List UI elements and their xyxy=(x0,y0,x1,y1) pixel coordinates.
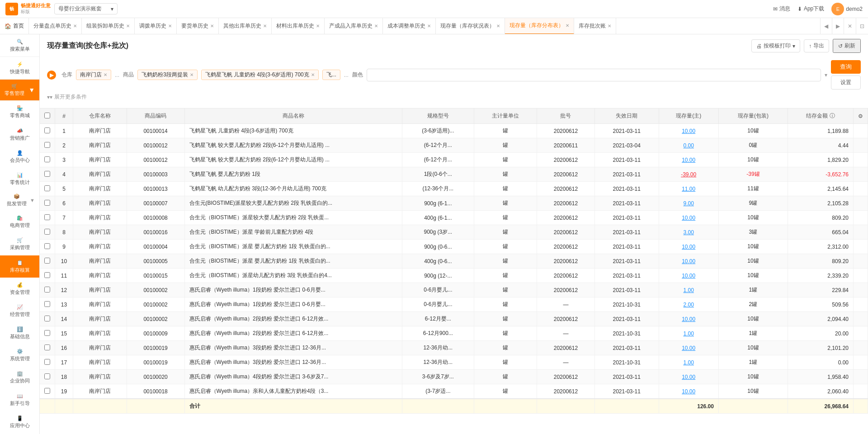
close-icon[interactable]: ✕ xyxy=(210,24,214,28)
row-checkbox[interactable] xyxy=(40,167,55,182)
row-checkbox[interactable] xyxy=(40,124,55,138)
warehouse-remove-icon[interactable]: ✕ xyxy=(104,72,107,77)
sidebar-item-enterprise[interactable]: 🏢 企业协同 xyxy=(0,366,39,388)
sidebar-item-purchase[interactable]: 🛒 采购管理 xyxy=(0,233,39,255)
close-icon[interactable]: ✕ xyxy=(566,23,569,28)
close-icon[interactable]: ✕ xyxy=(263,24,267,28)
product2-remove-icon[interactable]: ✕ xyxy=(311,72,315,77)
sidebar-item-member[interactable]: 👤 会员中心 xyxy=(0,146,39,168)
expand-left-icon[interactable]: ▶ xyxy=(47,71,56,80)
sidebar-item-retail-mgmt[interactable]: 🛒 零售管理 ▼ xyxy=(0,80,39,100)
warehouse-filter-tag[interactable]: 南岸门店 ✕ xyxy=(76,70,111,80)
product-more[interactable]: ... xyxy=(344,72,349,78)
row-checkbox[interactable] xyxy=(40,297,55,312)
row-checkbox[interactable] xyxy=(40,138,55,153)
row-qty-main[interactable]: 10.00 xyxy=(659,153,718,167)
tab-home[interactable]: 🏠 首页 xyxy=(0,18,29,34)
row-checkbox[interactable] xyxy=(40,269,55,283)
row-qty-main[interactable]: 10.00 xyxy=(659,269,718,283)
expand-conditions-button[interactable]: ▾▾ 展开更多条件 xyxy=(47,91,861,103)
tab-close-button[interactable]: ✕ xyxy=(844,18,856,34)
row-checkbox[interactable] xyxy=(40,182,55,196)
sidebar-item-retail-shop[interactable]: 🏪 零售商城 xyxy=(0,101,39,123)
row-qty-main[interactable]: 11.00 xyxy=(659,182,718,196)
row-qty-main[interactable]: 9.00 xyxy=(659,196,718,211)
close-icon[interactable]: ✕ xyxy=(168,24,172,28)
sidebar-item-inventory[interactable]: 📋 库存核算 xyxy=(0,255,39,278)
app-download-button[interactable]: ⬇ App下载 xyxy=(797,5,824,13)
close-icon[interactable]: ✕ xyxy=(427,24,431,28)
select-all-checkbox[interactable] xyxy=(44,113,50,118)
message-button[interactable]: ✉ 消息 xyxy=(773,5,790,13)
product-filter-tag1[interactable]: 飞鹤奶粉3段两提装 ✕ xyxy=(137,70,198,80)
row-qty-main[interactable]: -39.00 xyxy=(659,167,718,182)
tab-cost-adjust[interactable]: 成本调整单历史 ✕ xyxy=(383,18,436,34)
tab-next-button[interactable]: ▶ xyxy=(832,18,844,34)
tab-transfer[interactable]: 调拨单历史 ✕ xyxy=(135,18,177,34)
query-button[interactable]: 查询 xyxy=(831,60,861,74)
row-qty-main[interactable]: 3.00 xyxy=(659,225,718,240)
product1-remove-icon[interactable]: ✕ xyxy=(190,72,193,77)
tab-stock-dist[interactable]: 现存量（库存分布表） ✕ xyxy=(505,18,574,34)
row-checkbox[interactable] xyxy=(40,283,55,297)
row-checkbox[interactable] xyxy=(40,326,55,341)
sidebar-item-operations[interactable]: 📈 经营管理 xyxy=(0,300,39,322)
tab-batch-ledger[interactable]: 库存批次账 ✕ xyxy=(574,18,616,34)
filter-expand-left[interactable]: ▶ xyxy=(47,71,56,80)
tab-disassemble[interactable]: 组装拆卸单历史 ✕ xyxy=(82,18,135,34)
tab-split[interactable]: 分量盘点单历史 ✕ xyxy=(29,18,82,34)
row-qty-main[interactable]: 1.00 xyxy=(659,326,718,341)
row-qty-main[interactable]: 1.00 xyxy=(659,355,718,370)
row-checkbox[interactable] xyxy=(40,384,55,399)
sidebar-item-sys-mgmt[interactable]: ⚙️ 系统管理 xyxy=(0,344,39,366)
row-checkbox[interactable] xyxy=(40,254,55,269)
row-qty-main[interactable]: 0.00 xyxy=(659,138,718,153)
sidebar-search[interactable]: 🔍 搜索菜单 xyxy=(0,34,39,57)
color-filter-input[interactable] xyxy=(367,69,821,81)
row-qty-main[interactable]: 10.00 xyxy=(659,384,718,399)
tab-stock-status[interactable]: 现存量（库存状况表） ✕ xyxy=(436,18,505,34)
close-icon[interactable]: ✕ xyxy=(608,24,611,28)
row-checkbox[interactable] xyxy=(40,355,55,370)
tab-product-in[interactable]: 产成品入库单历史 ✕ xyxy=(325,18,383,34)
sidebar-item-finance[interactable]: 💰 资金管理 xyxy=(0,278,39,300)
close-icon[interactable]: ✕ xyxy=(73,24,77,28)
row-qty-main[interactable]: 10.00 xyxy=(659,124,718,138)
sidebar-item-retail-stats[interactable]: 📊 零售统计 xyxy=(0,168,39,190)
row-checkbox[interactable] xyxy=(40,370,55,384)
tab-more-button[interactable]: ⊡ xyxy=(856,18,868,34)
sidebar-item-basic-info[interactable]: ℹ️ 基础信息 xyxy=(0,322,39,344)
template-print-button[interactable]: 🖨 按模板打印 ▾ xyxy=(751,39,800,52)
row-qty-main[interactable]: 1.00 xyxy=(659,283,718,297)
row-checkbox[interactable] xyxy=(40,153,55,167)
row-checkbox[interactable] xyxy=(40,341,55,355)
row-checkbox[interactable] xyxy=(40,196,55,211)
sidebar-item-marketing[interactable]: 📣 营销推广 xyxy=(0,123,39,146)
product-filter-tag2[interactable]: 飞鹤星飞帆 儿童奶粉 4段(3-6岁适用) 700克 ✕ xyxy=(201,70,319,80)
row-qty-main[interactable]: 2.00 xyxy=(659,297,718,312)
tab-prev-button[interactable]: ◀ xyxy=(820,18,832,34)
settings-button[interactable]: 设置 xyxy=(831,75,861,90)
export-button[interactable]: ↑ 导出 xyxy=(804,39,829,52)
checkbox-column-header[interactable] xyxy=(40,108,55,124)
row-qty-main[interactable]: 10.00 xyxy=(659,312,718,326)
row-checkbox[interactable] xyxy=(40,211,55,225)
close-icon[interactable]: ✕ xyxy=(374,24,378,28)
close-icon[interactable]: ✕ xyxy=(126,24,130,28)
product-filter-tag3[interactable]: 飞... xyxy=(322,70,340,80)
tab-material-out[interactable]: 材料出库单历史 ✕ xyxy=(272,18,325,34)
row-qty-main[interactable]: 10.00 xyxy=(659,211,718,225)
close-icon[interactable]: ✕ xyxy=(496,24,500,28)
row-qty-main[interactable]: 10.00 xyxy=(659,370,718,384)
sidebar-quick-nav[interactable]: ⚡ 快捷导航 xyxy=(0,57,39,79)
sidebar-item-wholesale[interactable]: 📦 批发管理 ▼ xyxy=(0,190,39,211)
row-qty-main[interactable]: 10.00 xyxy=(659,341,718,355)
row-qty-main[interactable]: 10.00 xyxy=(659,240,718,254)
close-icon[interactable]: ✕ xyxy=(316,24,320,28)
tab-requisition[interactable]: 要货单历史 ✕ xyxy=(177,18,219,34)
sidebar-item-new-guide[interactable]: 📖 新手引导 xyxy=(0,389,39,411)
row-checkbox[interactable] xyxy=(40,240,55,254)
user-profile[interactable]: E demo2 xyxy=(831,3,863,15)
sidebar-item-ecommerce[interactable]: 🛍️ 电商管理 xyxy=(0,211,39,233)
sidebar-item-app-center[interactable]: 📱 应用中心 xyxy=(0,411,39,433)
